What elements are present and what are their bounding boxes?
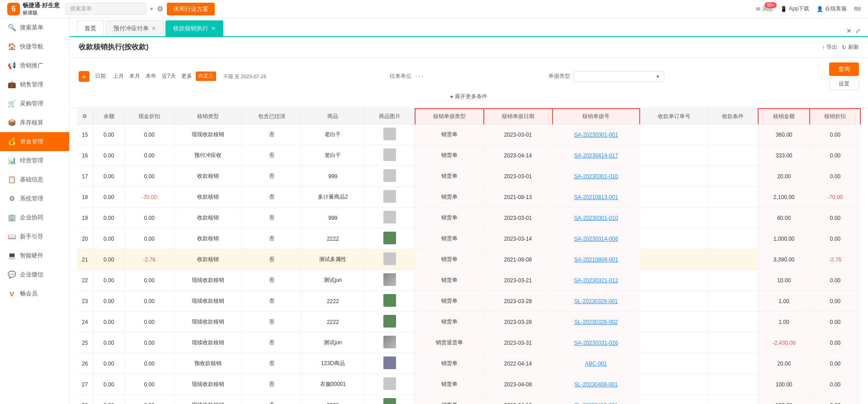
bill-no-cell[interactable]: SA-20230301-010 [552,208,640,228]
dropdown-icon[interactable]: ▾ [150,5,153,12]
receipt-condition-cell [708,228,758,249]
filter-bar: » 日期 上月 本月 本年 近7天 更多 自定义 不限 至 2023-07-26 [70,58,868,108]
date-current-month[interactable]: 本月 [127,71,142,81]
goods-image-cell [365,270,415,291]
sidebar-item-finance[interactable]: 💰 资金管理 [0,132,69,151]
sidebar-item-search[interactable]: 🔍 搜索菜单 [0,18,69,37]
settings-button[interactable]: 设置 [829,78,859,90]
filter-toggle-button[interactable]: » [79,71,90,82]
date-custom-button[interactable]: 自定义 [196,71,216,81]
tab-prepay-close[interactable]: ✕ [151,25,156,32]
write-off-discount-cell: 0.00 [810,270,860,291]
bill-date-cell: 2023-04-08 [484,374,552,395]
online-service-button[interactable]: 👤 在线客服 [816,5,847,13]
row-number: 22 [77,270,93,291]
bill-type-cell: 销货单 [415,270,484,291]
sidebar-item-inventory[interactable]: 📦 库存核算 [0,113,69,132]
app-download-button[interactable]: 📱 App下载 [780,5,809,13]
bill-no-cell[interactable]: SL-20230328-001 [552,291,640,312]
date-current-year[interactable]: 本年 [144,71,158,81]
sidebar-item-guide[interactable]: 📖 新手引导 [0,227,69,246]
goods-cell: 2222 [301,291,365,312]
goods-thumbnail [383,398,396,404]
bill-no-cell[interactable]: SA-20230414-017 [552,145,640,166]
row-number: 23 [77,291,93,312]
col-header-settings[interactable]: ⚙ [77,109,93,124]
sidebar-item-basic[interactable]: 📋 基础信息 [0,170,69,189]
bill-type-cell: 销货单 [415,249,484,270]
bill-no-cell[interactable]: SA-20210813-001 [552,187,640,208]
tab-collection-write-off[interactable]: 收款核销执行 ✕ [165,20,223,36]
col-header-balance: 余额 [93,109,124,124]
bill-date-cell: 2021-08-13 [484,187,552,208]
bill-type-cell: 销货单 [415,228,484,249]
date-prev-month[interactable]: 上月 [111,71,126,81]
goods-image-cell [365,395,415,404]
export-label: 导出 [826,43,837,51]
gear-icon[interactable]: ⚙ [157,5,163,13]
sidebar-item-hardware[interactable]: 💻 智能硬件 [0,246,69,265]
bill-type-select[interactable]: ▾ [574,71,664,82]
sidebar-label-search: 搜索菜单 [20,24,43,32]
bill-no-cell[interactable]: SA-20230321-012 [552,270,640,291]
settings-icon[interactable]: ⚙ [82,113,87,119]
table-wrapper: ⚙ 余额 现金折扣 核销类型 包含已结清 商品 商品图片 核销单据类型 核销单据… [70,108,868,404]
sidebar-item-sales[interactable]: 💼 销售管理 [0,75,69,94]
receipt-condition-cell [708,353,758,374]
bill-no-cell[interactable]: SL-20230408-001 [552,374,640,395]
message-button[interactable]: ✉ 消息 99+ [756,5,773,13]
bill-no-cell[interactable]: ABC-001 [552,353,640,374]
bill-no-cell[interactable]: SL-20230418-001 [552,395,640,404]
table-row: 230.000.00现续收款核销否2222销货单2023-03-28SL-202… [77,291,860,312]
vip-icon: V [7,290,16,298]
sidebar-item-marketing[interactable]: 📢 营销推广 [0,56,69,75]
date-7days[interactable]: 近7天 [160,71,178,81]
user-account[interactable]: Rit [854,6,861,12]
bill-no-cell[interactable]: SA-20230301-010 [552,166,640,187]
bill-type-cell: 销货单 [415,353,484,374]
maximize-icon[interactable]: ⤢ [855,27,861,34]
cash-discount-cell: 0.00 [124,124,174,145]
col-header-write-off-discount: 核销折扣 [810,109,860,124]
write-off-amount-cell: 1.00 [758,291,810,312]
goods-image-cell [365,145,415,166]
sidebar-item-quick-nav[interactable]: 🏠 快捷导航 [0,37,69,56]
tab-collection-write-off-close[interactable]: ✕ [211,25,216,32]
goods-thumbnail [383,252,396,265]
search-icon: 🔍 [7,24,16,32]
write-off-type-cell: 现续收款核销 [174,291,242,312]
bill-type-cell: 销货单 [415,291,484,312]
tab-home[interactable]: 首页 [77,20,104,36]
tab-collection-write-off-label: 收款核销执行 [173,24,208,33]
bill-no-cell[interactable]: SA-20230314-008 [552,228,640,249]
sidebar-item-purchase[interactable]: 🛒 采购管理 [0,94,69,113]
table-row: 210.00-2.76收款核销否测试多属性销货单2021-08-08SA-202… [77,249,860,270]
sidebar-label-sales: 销售管理 [20,81,43,89]
bill-no-cell[interactable]: SA-20230301-001 [552,124,640,145]
close-tab-icon[interactable]: ✕ [846,27,852,34]
tab-bar-actions: ✕ ⤢ [846,27,861,36]
sidebar-item-operations[interactable]: 📊 经营管理 [0,151,69,170]
row-number: 28 [77,395,93,404]
receipt-order-no-cell [640,395,708,404]
sidebar-item-vip[interactable]: V 畅会员 [0,284,69,303]
refresh-button[interactable]: ↻ 刷新 [842,43,859,51]
date-more[interactable]: 更多 [179,71,194,81]
col-header-bill-type: 核销单据类型 [415,109,484,124]
sidebar-item-enterprise[interactable]: 🏢 企业协同 [0,208,69,227]
write-off-type-cell: 收款核销 [174,208,242,228]
tab-prepay[interactable]: 预付冲应付单 ✕ [106,20,164,36]
expand-more-button[interactable]: ▾ 展开更多条件 [79,90,859,103]
sidebar-item-wechat[interactable]: 💬 企业微信 [0,265,69,284]
bill-no-cell[interactable]: SL-20230328-002 [552,312,640,333]
export-button[interactable]: ↑ 导出 [822,43,837,51]
sidebar-item-system[interactable]: ⚙ 系统管理 [0,189,69,208]
table-row: 240.000.00现续收款核销否2222销货单2023-03-28SL-202… [77,312,860,333]
col-header-bill-no: 核销单据号 [552,109,640,124]
receipt-order-no-cell [640,291,708,312]
receipt-condition-cell [708,291,758,312]
solution-button[interactable]: 休闲行业方案 [167,3,215,15]
query-button[interactable]: 查询 [829,62,859,76]
bill-no-cell[interactable]: SA-20230331-026 [552,333,640,353]
bill-no-cell[interactable]: SA-20210808-001 [552,249,640,270]
